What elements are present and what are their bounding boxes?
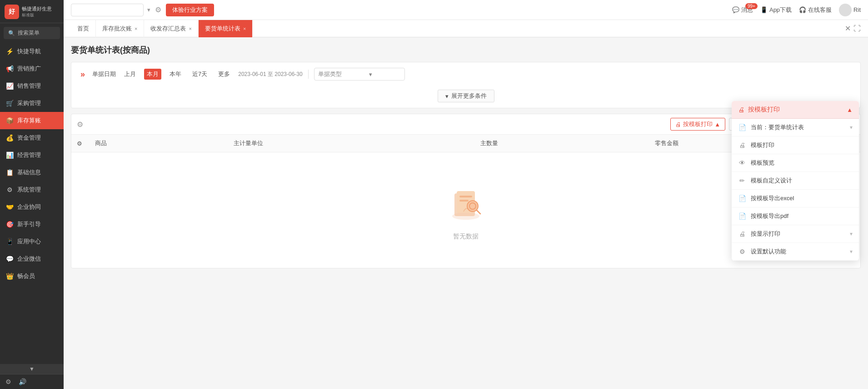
date-btn-this-year[interactable]: 本年 — [167, 69, 184, 80]
sidebar-item-basic-info[interactable]: 📋 基础信息 — [0, 164, 64, 181]
dropdown-header-label: 按模板打印 — [748, 106, 780, 114]
system-icon: ⚙ — [5, 186, 14, 193]
col-product: 商品 — [90, 135, 228, 152]
dropdown-template-print[interactable]: 🖨 模板打印 — [732, 136, 859, 154]
dropdown-display-print[interactable]: 🖨 按显示打印 ▾ — [732, 225, 859, 243]
doc-type-chevron-icon: ▾ — [369, 71, 372, 78]
sidebar-item-label: 系统管理 — [17, 186, 41, 194]
date-btn-7days[interactable]: 近7天 — [190, 69, 210, 80]
sidebar-scroll-down-button[interactable]: ▼ — [0, 364, 64, 374]
dropdown-template-preview[interactable]: 👁 模板预览 — [732, 154, 859, 172]
dropdown-chevron-icon[interactable]: ▲ — [847, 106, 853, 113]
settings-footer-icon[interactable]: ⚙ — [5, 378, 11, 385]
sidebar-item-purchase[interactable]: 🛒 采购管理 — [0, 95, 64, 112]
topbar-left: ▾ ⚙ 体验行业方案 — [71, 4, 214, 16]
message-item[interactable]: 💬 消息 99+ — [732, 6, 753, 14]
user-avatar-item[interactable]: Rit — [839, 4, 861, 16]
tab-resize-btn[interactable]: ⛶ — [853, 25, 861, 33]
table-gear-btn[interactable]: ⚙ — [77, 120, 83, 129]
expand-more-btn[interactable]: ▾ 展开更多条件 — [438, 90, 494, 102]
filter-row-1: » 单据日期 上月 本月 本年 近7天 更多 2023-06-01 至 2023… — [79, 68, 853, 81]
marketing-icon: 📢 — [5, 65, 14, 72]
page-content: 要货单统计表(按商品) » 单据日期 上月 本月 本年 近7天 更多 2023-… — [64, 37, 868, 389]
col-unit: 主计量单位 — [228, 135, 475, 152]
col-settings[interactable]: ⚙ — [71, 135, 90, 152]
tab-home-label: 首页 — [77, 25, 89, 33]
dropdown-default-func[interactable]: ⚙ 设置默认功能 ▾ — [732, 243, 859, 261]
topbar-right: 💬 消息 99+ 📱 App下载 🎧 在线客服 Rit — [732, 4, 861, 16]
date-filter-label: 单据日期 — [92, 70, 116, 78]
template-design-icon: ✏ — [738, 177, 746, 184]
tab-receivable-summary[interactable]: 收发存汇总表 × — [144, 20, 198, 37]
dropdown-header-left: 🖨 按模板打印 — [738, 106, 780, 114]
sound-footer-icon[interactable]: 🔊 — [19, 378, 26, 385]
search-menu-button[interactable]: 🔍 搜索菜单 — [4, 27, 60, 39]
doc-type-select[interactable]: 单据类型 ▾ — [314, 68, 405, 81]
tab-receivable-summary-close[interactable]: × — [189, 26, 191, 31]
tab-inventory-batch[interactable]: 库存批次账 × — [96, 20, 144, 37]
sidebar-item-label: 企业协同 — [17, 203, 41, 211]
search-icon: 🔍 — [8, 30, 15, 36]
tab-close-btn[interactable]: ✕ — [845, 24, 851, 33]
filter-toggle-btn[interactable]: » — [79, 70, 87, 79]
sidebar-item-marketing[interactable]: 📢 营销推广 — [0, 60, 64, 77]
sidebar-item-inventory[interactable]: 📦 库存算账 — [0, 112, 64, 129]
dropdown-default-func-label: 设置默认功能 — [751, 248, 786, 256]
tab-home[interactable]: 首页 — [71, 20, 96, 37]
app-download-item[interactable]: 📱 App下载 — [760, 6, 792, 14]
online-service-item[interactable]: 🎧 在线客服 — [799, 6, 832, 14]
app-download-icon: 📱 — [760, 6, 768, 13]
trial-btn[interactable]: 体验行业方案 — [166, 4, 214, 16]
sidebar-item-wechat[interactable]: 💬 企业微信 — [0, 250, 64, 268]
sidebar-item-label: 采购管理 — [17, 99, 41, 107]
svg-rect-4 — [459, 200, 469, 202]
cooperation-icon: 🤝 — [5, 203, 14, 211]
date-btn-this-month[interactable]: 本月 — [144, 69, 161, 80]
topbar-gear-icon[interactable]: ⚙ — [155, 5, 161, 14]
dropdown-template-excel[interactable]: 📄 按模板导出excel — [732, 190, 859, 207]
printer-icon: 🖨 — [675, 121, 681, 128]
headset-icon: 🎧 — [799, 6, 806, 13]
sidebar-item-label: 资金管理 — [17, 134, 41, 142]
template-pdf-icon: 📄 — [738, 212, 746, 220]
sidebar-item-sales[interactable]: 📈 销售管理 — [0, 77, 64, 95]
sidebar-item-system[interactable]: ⚙ 系统管理 — [0, 181, 64, 198]
default-func-arrow-icon: ▾ — [850, 248, 853, 255]
sidebar-item-quick-nav[interactable]: ⚡ 快捷导航 — [0, 43, 64, 60]
dropdown-header: 🖨 按模板打印 ▲ — [732, 101, 859, 119]
member-icon: 👑 — [5, 273, 14, 280]
app-version: 标准版 — [22, 12, 52, 18]
logo-icon: 好 — [5, 5, 19, 19]
tab-order-stats[interactable]: 要货单统计表 × — [199, 20, 253, 37]
tab-order-stats-label: 要货单统计表 — [205, 25, 240, 33]
sidebar-item-guide[interactable]: 🎯 新手引导 — [0, 216, 64, 233]
sidebar-item-finance[interactable]: 💰 资金管理 — [0, 129, 64, 147]
dropdown-current-item[interactable]: 📄 当前：要货单统计表 ▾ — [732, 119, 859, 136]
sidebar-item-label: 基础信息 — [17, 168, 41, 177]
guide-icon: 🎯 — [5, 221, 14, 228]
svg-rect-3 — [459, 196, 472, 197]
sidebar-item-operations[interactable]: 📊 经营管理 — [0, 147, 64, 164]
date-btn-more[interactable]: 更多 — [215, 69, 233, 80]
dropdown-template-pdf[interactable]: 📄 按模板导出pdf — [732, 207, 859, 225]
topbar-search-input[interactable] — [71, 4, 144, 16]
print-btn[interactable]: 🖨 按模板打印 ▲ — [670, 118, 725, 131]
date-btn-last-month[interactable]: 上月 — [121, 69, 139, 80]
sidebar-item-member[interactable]: 👑 畅会员 — [0, 268, 64, 285]
sidebar-item-app-center[interactable]: 📱 应用中心 — [0, 233, 64, 250]
sidebar-item-label: 应用中心 — [17, 237, 41, 246]
sidebar-item-label: 销售管理 — [17, 82, 41, 90]
tabs-controls: ✕ ⛶ — [845, 24, 861, 33]
topbar-search-area: ▾ — [71, 4, 150, 16]
doc-type-label: 单据类型 — [318, 70, 342, 78]
svg-line-7 — [477, 210, 480, 214]
dropdown-template-design[interactable]: ✏ 模板自定义设计 — [732, 172, 859, 190]
sidebar: 好 畅捷通好生意 标准版 🔍 搜索菜单 ⚡ 快捷导航 📢 营销推广 📈 销售管理… — [0, 0, 64, 389]
dropdown-template-excel-label: 按模板导出excel — [751, 194, 794, 202]
tab-order-stats-close[interactable]: × — [243, 26, 246, 31]
tab-inventory-batch-close[interactable]: × — [135, 26, 137, 31]
topbar-chevron-icon[interactable]: ▾ — [147, 6, 150, 13]
sidebar-item-cooperation[interactable]: 🤝 企业协同 — [0, 198, 64, 216]
dropdown-template-pdf-label: 按模板导出pdf — [751, 212, 788, 220]
empty-icon — [443, 180, 489, 225]
